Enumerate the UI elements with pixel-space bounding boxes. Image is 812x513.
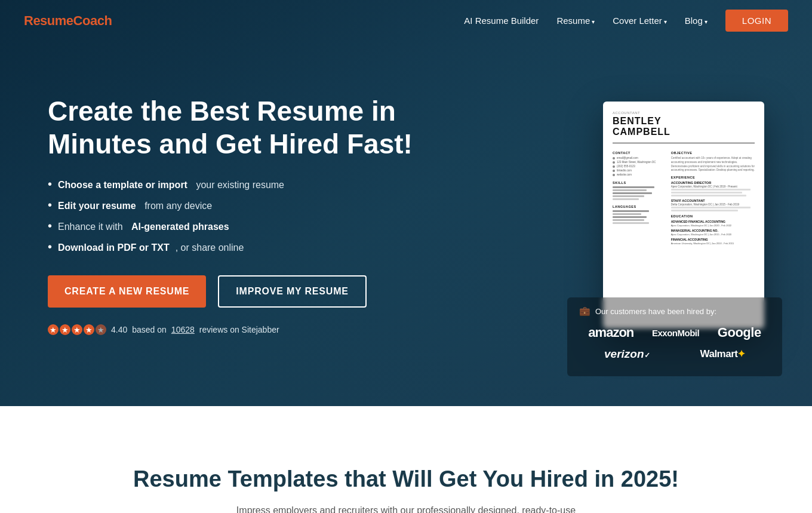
logo-text: ResumeCoach bbox=[24, 13, 112, 28]
templates-section: Resume Templates that Will Get You Hired… bbox=[0, 406, 812, 513]
contact-title: CONTACT bbox=[613, 151, 665, 155]
chevron-down-icon: ▾ bbox=[705, 19, 708, 25]
bullet-3: Enhance it with AI-generated phrases bbox=[48, 219, 418, 233]
chevron-down-icon: ▾ bbox=[592, 19, 595, 25]
dot-icon bbox=[613, 157, 615, 159]
resume-accountant: ACCOUNTANT bbox=[613, 111, 755, 115]
objective-title: OBJECTIVE bbox=[671, 151, 755, 155]
dot-icon bbox=[613, 174, 615, 176]
resume-preview-card: ACCOUNTANT BENTLEY CAMPBELL CONTACT emai… bbox=[603, 102, 764, 328]
rating-value: 4.40 bbox=[111, 325, 127, 334]
bullet-1: Choose a template or import your existin… bbox=[48, 177, 418, 191]
nav-links: AI Resume Builder Resume▾ Cover Letter▾ … bbox=[464, 16, 788, 26]
resume-body: CONTACT email@gmail.com 123 Main Street,… bbox=[613, 148, 755, 247]
rating-link[interactable]: 10628 bbox=[171, 325, 195, 334]
resume-name: BENTLEY CAMPBELL bbox=[613, 116, 755, 137]
resume-left-col: CONTACT email@gmail.com 123 Main Street,… bbox=[613, 148, 665, 247]
experience-title: EXPERIENCE bbox=[671, 176, 755, 179]
resume-right-col: OBJECTIVE Certified accountant with 10+ … bbox=[671, 148, 755, 247]
skills-title: SKILLS bbox=[613, 181, 665, 185]
star-1: ★ bbox=[48, 324, 59, 335]
rating-label: based on bbox=[132, 325, 167, 334]
company-logos-row2: verizon✓ Walmart✦ bbox=[579, 348, 770, 361]
dot-icon bbox=[613, 165, 615, 168]
star-3: ★ bbox=[72, 324, 82, 335]
amazon-logo: amazon bbox=[588, 325, 633, 340]
nav-item-cover[interactable]: Cover Letter▾ bbox=[613, 16, 667, 26]
dot-icon bbox=[613, 161, 615, 164]
nav-item-resume[interactable]: Resume▾ bbox=[556, 16, 595, 26]
hero-section: Create the Best Resume in Minutes and Ge… bbox=[0, 0, 812, 406]
main-nav: ResumeCoach AI Resume Builder Resume▾ Co… bbox=[0, 0, 812, 42]
nav-item-login[interactable]: LOGIN bbox=[725, 16, 788, 26]
nav-item-blog[interactable]: Blog▾ bbox=[685, 16, 708, 26]
star-2: ★ bbox=[60, 324, 70, 335]
education-title: EDUCATION bbox=[671, 214, 755, 218]
templates-title: Resume Templates that Will Get You Hired… bbox=[24, 466, 788, 493]
star-rating: ★ ★ ★ ★ ★ bbox=[48, 324, 106, 335]
bullet-2: Edit your resume from any device bbox=[48, 198, 418, 212]
hero-rating: ★ ★ ★ ★ ★ 4.40 based on 10628 reviews on… bbox=[48, 324, 418, 335]
resume-divider bbox=[613, 143, 755, 143]
dot-icon bbox=[613, 170, 615, 172]
improve-resume-button[interactable]: IMPROVE MY RESUME bbox=[218, 275, 366, 308]
star-5: ★ bbox=[96, 324, 106, 335]
google-logo: Google bbox=[718, 325, 761, 340]
hero-right: ACCOUNTANT BENTLEY CAMPBELL CONTACT emai… bbox=[603, 102, 764, 328]
walmart-logo: Walmart✦ bbox=[700, 348, 745, 360]
briefcase-icon: 💼 bbox=[579, 306, 590, 317]
star-4: ★ bbox=[84, 324, 94, 335]
verizon-logo: verizon✓ bbox=[604, 348, 650, 361]
logo[interactable]: ResumeCoach bbox=[24, 13, 112, 29]
templates-subtitle: Impress employers and recruiters with ou… bbox=[227, 505, 585, 513]
languages-title: LANGUAGES bbox=[613, 205, 665, 208]
hero-left: Create the Best Resume in Minutes and Ge… bbox=[48, 95, 418, 335]
hero-bullets: Choose a template or import your existin… bbox=[48, 177, 418, 254]
company-logos-row1: amazon ExxonMobil Google bbox=[579, 325, 770, 340]
chevron-down-icon: ▾ bbox=[664, 19, 667, 25]
hired-by-box: 💼 Our customers have been hired by: amaz… bbox=[567, 297, 782, 376]
hero-buttons: CREATE A NEW RESUME IMPROVE MY RESUME bbox=[48, 275, 418, 308]
nav-item-ai[interactable]: AI Resume Builder bbox=[464, 16, 539, 26]
rating-suffix: reviews on Sitejabber bbox=[199, 325, 279, 334]
hero-title: Create the Best Resume in Minutes and Ge… bbox=[48, 95, 418, 161]
hired-by-title: 💼 Our customers have been hired by: bbox=[579, 306, 770, 317]
bullet-4: Download in PDF or TXT, or share online bbox=[48, 240, 418, 254]
create-resume-button[interactable]: CREATE A NEW RESUME bbox=[48, 275, 206, 308]
exxon-logo: ExxonMobil bbox=[652, 328, 699, 338]
hero-content: Create the Best Resume in Minutes and Ge… bbox=[0, 0, 812, 406]
